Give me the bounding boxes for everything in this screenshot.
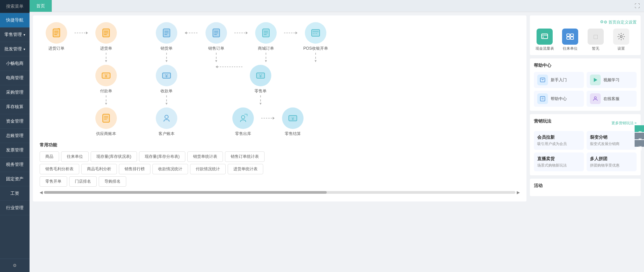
func-btn-purchase-stat[interactable]: 进货单统计表 [228,164,263,174]
float-btn-desktop[interactable]: 桌面快捷 [635,140,644,147]
marketing-header: 营销玩法 更多营销玩法 > [534,118,637,128]
func-btn-row-2: 销售毛利分析表 商品毛利分析 销售排行榜 收款情况统计 付款情况统计 进货单统计… [40,164,520,174]
sidebar-item-inventory[interactable]: 库存核算 [0,100,30,114]
func-btn-receipt-stat[interactable]: 收款情况统计 [152,164,188,174]
func-btn-profit1[interactable]: 销售毛利分析表 [40,164,79,174]
func-btn-payment-stat[interactable]: 付款情况统计 [190,164,226,174]
svg-point-55 [165,115,168,119]
flow-node-purchase-bill: 进货单 [89,22,123,51]
svg-rect-66 [570,34,573,36]
flow-node-retail-out: 零售出库 [226,107,260,137]
flow-node-retail-settle: ¥ 零售结算 [276,107,310,137]
scroll-track[interactable] [44,191,515,194]
sidebar-settings-btn[interactable]: ⚙ [0,259,30,272]
func-btn-sales-order-stat[interactable]: 销售订单统计表 [225,151,265,162]
func-btn-sales-stat[interactable]: 销货单统计表 [187,151,223,162]
svg-marker-6 [86,32,88,34]
func-btn-stock1[interactable]: 现存量(库存状况表) [91,151,137,162]
shortcuts-grid: 现金流量表 往来单位 □ 暂无 [534,29,637,51]
help-item-service[interactable]: 在线客服 [587,91,637,107]
tab-home[interactable]: 首页 [30,0,52,12]
fullscreen-icon[interactable]: ⛶ [635,3,640,9]
func-btn-retail-order[interactable]: 零售开单 [40,176,67,187]
sidebar-item-ecommerce-small[interactable]: 小畅电商 [0,56,30,71]
scroll-left-icon[interactable]: ◀ [40,190,43,195]
shortcut-settings[interactable]: 设置 [610,29,632,51]
help-item-video[interactable]: 视频学习 [587,72,637,88]
scroll-row: ◀ ▶ [40,190,520,195]
down-arrow-payment-in: ▼ [150,95,183,106]
svg-rect-35 [313,31,319,32]
svg-point-75 [594,97,596,99]
activity-title: 活动 [534,183,637,189]
svg-marker-71 [594,78,598,82]
down-arrow-pos: ▼ [299,53,332,63]
func-btn-product[interactable]: 商品 [40,151,59,162]
content-area: 进货订单 进货单 [30,12,644,272]
svg-marker-25 [246,32,248,34]
sidebar-nav-item[interactable]: 快捷导航 [0,13,30,28]
svg-text:¥: ¥ [259,73,262,79]
func-btn-stock2[interactable]: 现存量(库存分布表) [139,151,185,162]
float-btn-community[interactable]: 服务社区 [635,133,644,139]
scroll-thumb [44,191,327,194]
marketing-item-member[interactable]: 会员拉新 吸引用户成为会员 [534,131,584,150]
func-btn-guide-rank[interactable]: 导购排名 [99,176,126,187]
flow-node-customer-account: 客户账本 [150,107,183,137]
sidebar-item-ledger[interactable]: 总账管理 [0,129,30,143]
chevron-down-icon: ▾ [24,33,25,37]
shortcuts-section: ⚙ ⚙ 首页自定义设置 现金流量表 往来单位 [530,15,641,55]
flow-node-sales-bill: 销货单 [150,22,183,51]
svg-text:¥: ¥ [104,73,107,79]
sidebar-item-industry[interactable]: 行业管理 [0,201,30,215]
sidebar-item-assets[interactable]: 固定资产 [0,172,30,186]
sidebar-item-capital[interactable]: 资金管理 [0,114,30,129]
down-arrow-sales-order: ▼ [199,53,233,63]
sidebar-item-invoice[interactable]: 发票管理 [0,143,30,157]
sidebar: 搜索菜单 快捷导航 零售管理 ▾ 批发管理 ▾ 小畅电商 电商管理 采购管理 库… [0,0,30,272]
chevron-down-icon: ▾ [24,47,25,51]
flow-node-purchase-order: 进货订单 [40,22,73,51]
marketing-title: 营销玩法 [534,118,551,124]
marketing-item-group[interactable]: 多人拼团 拼团购物享受优惠 [587,152,637,171]
svg-rect-72 [540,96,545,101]
marketing-more-link[interactable]: 更多营销玩法 > [611,121,637,126]
tab-bar: 首页 ⛶ [30,0,644,12]
marketing-item-live[interactable]: 直播卖货 场景式购物新玩法 [534,152,584,171]
sidebar-item-retail[interactable]: 零售管理 ▾ [0,28,30,42]
scroll-right-icon[interactable]: ▶ [517,190,520,195]
help-item-help[interactable]: 帮助中心 [534,91,584,107]
shortcuts-header[interactable]: ⚙ ⚙ 首页自定义设置 [534,19,637,25]
down-arrow-retail: ▼ [244,95,277,106]
svg-rect-50 [103,114,109,122]
svg-rect-33 [312,30,320,36]
flow-card: 进货订单 进货单 [33,15,526,201]
shortcut-cashflow[interactable]: 现金流量表 [534,29,555,51]
sidebar-item-purchase[interactable]: 采购管理 [0,85,30,100]
func-btn-profit2[interactable]: 商品毛利分析 [81,164,117,174]
svg-marker-32 [295,32,297,34]
func-btn-store-rank[interactable]: 门店排名 [69,176,97,187]
shortcut-unit[interactable]: 往来单位 [559,29,581,51]
help-item-beginner[interactable]: 新手入门 [534,72,584,88]
sidebar-search[interactable]: 搜索菜单 [0,0,30,13]
sidebar-item-ecommerce[interactable]: 电商管理 [0,71,30,85]
main-area: 首页 ⛶ 进货订单 [30,0,644,272]
flow-node-shop-order: 商城订单 [249,22,283,51]
svg-marker-45 [216,65,218,68]
shortcut-empty[interactable]: □ 暂无 [585,29,606,51]
flow-node-supplier-account: 供应商账本 [89,107,123,137]
down-arrow-shop: ▼ [249,53,283,63]
down-arrow-payment-out: ▼ [89,95,123,106]
flow-node-sales-order: 销售订单 [199,22,233,51]
sidebar-item-wages[interactable]: 工资 [0,186,30,201]
help-section-title: 帮助中心 [534,62,637,69]
func-btn-rank[interactable]: 销售排行榜 [119,164,150,174]
marketing-item-fission[interactable]: 裂变分销 裂变式发展分销商 [587,131,637,150]
sidebar-item-tax[interactable]: 税务管理 [0,157,30,172]
common-func-title: 常用功能 [40,142,520,148]
sidebar-item-wholesale[interactable]: 批发管理 ▾ [0,42,30,56]
float-btn-service[interactable]: 客服热线 [635,125,644,132]
func-btn-unit[interactable]: 往来单位 [61,151,89,162]
flow-node-payment-in: ¥ 收款单 [150,65,183,94]
